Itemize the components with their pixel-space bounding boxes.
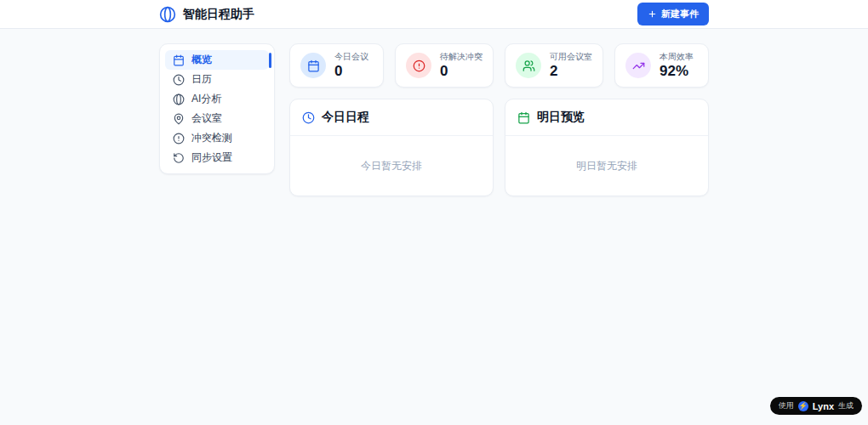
sidebar-item-ai-analysis[interactable]: AI分析 [165,89,269,109]
new-event-button-label: 新建事件 [661,8,699,20]
stat-card-pending-conflicts: 待解决冲突 0 [395,43,494,88]
badge-suffix: 生成 [838,400,854,411]
sidebar-item-meeting-rooms[interactable]: 会议室 [165,109,269,128]
panel-today-schedule: 今日日程 今日暂无安排 [289,99,494,196]
calendar-icon [300,53,326,78]
stat-label: 可用会议室 [550,51,592,63]
app-title: 智能日程助手 [183,7,254,22]
sidebar: 概览 日历 AI分析 会议室 冲突检测 同步设置 [159,43,275,174]
brand: 智能日程助手 [159,6,254,23]
badge-brand: Lynx [813,401,834,411]
content-area: 今日会议 0 待解决冲突 0 可用会议室 2 [289,43,709,196]
app-header: 智能日程助手 新建事件 [0,0,868,29]
sidebar-item-label: AI分析 [191,92,221,106]
sidebar-item-label: 日历 [191,72,212,87]
stat-label: 今日会议 [334,51,368,63]
sidebar-item-label: 会议室 [191,111,222,126]
new-event-button[interactable]: 新建事件 [637,3,709,26]
clock-icon [302,111,315,124]
sidebar-item-label: 概览 [191,53,212,67]
plus-icon [648,9,657,19]
empty-state-text: 今日暂无安排 [361,159,422,173]
main-container: 概览 日历 AI分析 会议室 冲突检测 同步设置 [159,43,709,196]
stat-label: 待解决冲突 [440,51,483,63]
stat-card-today-meetings: 今日会议 0 [289,43,384,88]
stat-value: 0 [334,64,368,80]
sidebar-item-overview[interactable]: 概览 [165,50,269,70]
ai-lens-icon [173,94,185,105]
stats-row: 今日会议 0 待解决冲突 0 可用会议室 2 [289,43,709,88]
sidebar-item-label: 同步设置 [191,150,232,165]
map-pin-icon [173,113,185,125]
panel-title: 今日日程 [322,110,369,125]
panel-title: 明日预览 [537,110,585,125]
lynx-generated-badge[interactable]: 使用 ⚡ Lynx 生成 [770,397,862,415]
sidebar-item-calendar[interactable]: 日历 [165,70,269,89]
clock-icon [173,74,185,86]
stat-value: 0 [440,64,483,80]
sidebar-item-label: 冲突检测 [191,131,232,145]
stat-card-week-efficiency: 本周效率 92% [614,43,709,88]
empty-state-text: 明日暂无安排 [576,159,637,173]
stat-value: 2 [550,64,592,80]
calendar-icon [173,54,185,66]
sidebar-item-conflict-detection[interactable]: 冲突检测 [165,128,269,148]
alert-circle-icon [173,133,185,144]
users-icon [516,53,541,78]
lynx-logo-icon: ⚡ [798,401,808,411]
panel-tomorrow-preview: 明日预览 明日暂无安排 [505,99,709,196]
alert-circle-icon [406,53,431,78]
panels-row: 今日日程 今日暂无安排 明日预览 明日暂无安排 [289,99,709,196]
stat-label: 本周效率 [660,51,694,63]
app-logo-icon [159,6,176,23]
stat-card-available-rooms: 可用会议室 2 [505,43,603,88]
badge-prefix: 使用 [779,400,794,411]
sync-icon [173,152,185,164]
stat-value: 92% [660,64,694,80]
calendar-icon [517,111,530,124]
sidebar-item-sync-settings[interactable]: 同步设置 [165,148,269,167]
trending-up-icon [625,53,651,78]
